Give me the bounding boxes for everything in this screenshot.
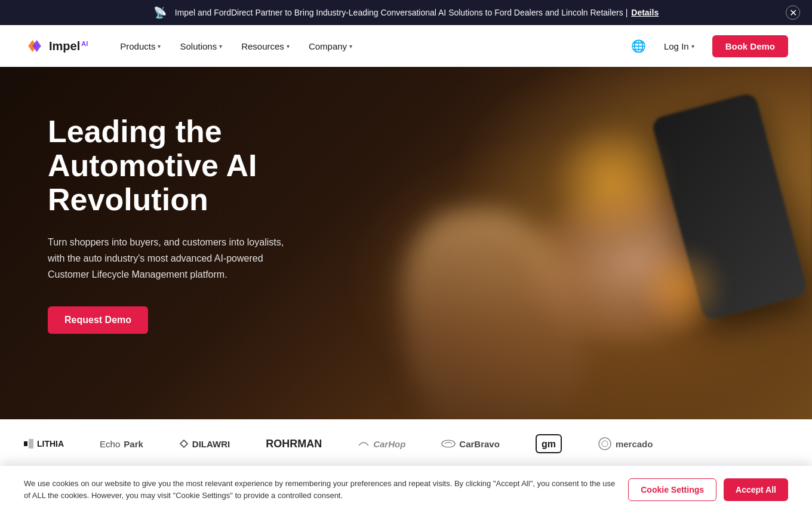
announcement-bar: 📡 Impel and FordDirect Partner to Bring … bbox=[0, 0, 812, 25]
nav-right: 🌐 Log In ▾ Book Demo bbox=[631, 35, 788, 57]
nav-links: Products ▾ Solutions ▾ Resources ▾ Compa… bbox=[112, 36, 631, 56]
brand-carbravo: CarBravo bbox=[441, 439, 500, 449]
announcement-link[interactable]: Details bbox=[631, 8, 659, 17]
signal-icon: 📡 bbox=[153, 6, 167, 19]
mercado-icon bbox=[598, 437, 612, 451]
nav-item-resources[interactable]: Resources ▾ bbox=[233, 36, 298, 56]
hero-content: Leading the Automotive AI Revolution Tur… bbox=[0, 67, 334, 382]
gm-icon: gm bbox=[536, 434, 562, 453]
svg-point-9 bbox=[602, 441, 608, 447]
logo-icon bbox=[24, 38, 45, 54]
lithia-icon bbox=[24, 439, 33, 449]
request-demo-button[interactable]: Request Demo bbox=[48, 306, 148, 334]
svg-marker-1 bbox=[32, 40, 41, 52]
brand-carhop: CarHop bbox=[358, 439, 405, 449]
bokeh-light-1 bbox=[550, 120, 670, 239]
brand-rohrman: ROHRMAN bbox=[266, 438, 322, 450]
cookie-banner: We use cookies on our website to give yo… bbox=[0, 466, 812, 468]
hero-section: Leading the Automotive AI Revolution Tur… bbox=[0, 67, 812, 419]
chevron-down-icon: ▾ bbox=[158, 43, 161, 50]
hero-title: Leading the Automotive AI Revolution bbox=[48, 115, 287, 217]
dilawri-icon bbox=[179, 439, 189, 449]
hero-subtitle: Turn shoppers into buyers, and customers… bbox=[48, 234, 287, 283]
nav-item-company[interactable]: Company ▾ bbox=[300, 36, 361, 56]
brand-mercado: mercado bbox=[598, 437, 653, 451]
svg-marker-4 bbox=[180, 440, 187, 447]
brand-logo-bar: LITHIA EchoPark DILAWRI ROHRMAN CarHop C… bbox=[0, 419, 812, 468]
chevron-down-icon: ▾ bbox=[349, 43, 352, 50]
svg-text:gm: gm bbox=[542, 439, 556, 449]
navbar: ImpelAI Products ▾ Solutions ▾ Resources… bbox=[0, 25, 812, 67]
svg-rect-2 bbox=[24, 441, 27, 446]
svg-rect-3 bbox=[29, 439, 33, 449]
chevron-down-icon: ▾ bbox=[287, 43, 290, 50]
bokeh-light-2 bbox=[637, 243, 727, 333]
language-button[interactable]: 🌐 bbox=[631, 39, 646, 53]
chevron-down-icon: ▾ bbox=[691, 43, 694, 50]
svg-point-5 bbox=[442, 440, 455, 447]
carhop-icon bbox=[358, 440, 370, 448]
logo-text: ImpelAI bbox=[49, 39, 88, 53]
carbravo-icon bbox=[441, 440, 456, 448]
nav-item-products[interactable]: Products ▾ bbox=[112, 36, 169, 56]
brand-lithia: LITHIA bbox=[24, 439, 64, 449]
brand-gm: gm bbox=[536, 434, 562, 453]
close-announcement-button[interactable]: ✕ bbox=[786, 5, 800, 20]
nav-item-solutions[interactable]: Solutions ▾ bbox=[171, 36, 230, 56]
brand-echopark: EchoPark bbox=[100, 439, 143, 449]
logo[interactable]: ImpelAI bbox=[24, 38, 88, 54]
announcement-text: Impel and FordDirect Partner to Bring In… bbox=[175, 8, 628, 17]
chevron-down-icon: ▾ bbox=[219, 43, 222, 50]
svg-point-8 bbox=[599, 438, 611, 450]
login-button[interactable]: Log In ▾ bbox=[656, 36, 703, 56]
book-demo-button[interactable]: Book Demo bbox=[712, 35, 788, 57]
brand-dilawri: DILAWRI bbox=[179, 439, 230, 449]
